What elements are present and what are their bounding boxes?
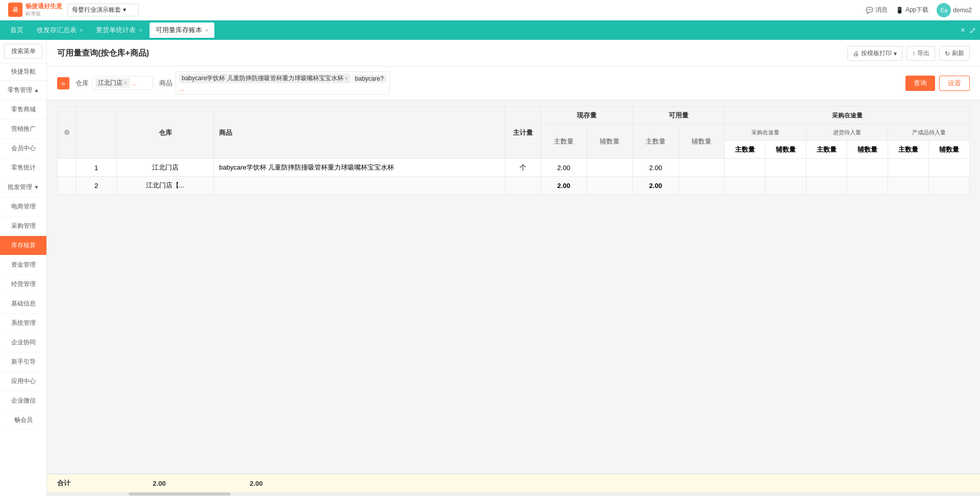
- sidebar-item-finance[interactable]: 资金管理: [0, 255, 46, 275]
- tab-home[interactable]: 首页: [4, 22, 30, 38]
- row2-available-aux: [679, 177, 725, 195]
- tab-available-stock[interactable]: 可用量库存账本 ×: [150, 22, 214, 38]
- row1-stock-main: 2.00: [541, 159, 587, 177]
- col-product-header: 商品: [214, 107, 505, 159]
- sidebar-item-retail-store[interactable]: 零售商城: [0, 100, 46, 120]
- refresh-icon: ↻: [945, 50, 950, 57]
- template-selector[interactable]: 母婴行业演示账套 ▾: [67, 4, 139, 16]
- sidebar-item-newbie[interactable]: 新手引导: [0, 352, 46, 372]
- sidebar-item-marketing[interactable]: 营销推广: [0, 120, 46, 139]
- refresh-btn[interactable]: ↻ 刷新: [939, 46, 970, 61]
- row2-settings[interactable]: [58, 177, 76, 195]
- col-purchase-transit-label: 采购在途量: [725, 125, 806, 141]
- app-download-btn[interactable]: 📱 App下载: [896, 6, 928, 14]
- sidebar-item-basic-info-label: 基础信息: [11, 299, 36, 308]
- sidebar-item-app-center[interactable]: 应用中心: [0, 372, 46, 391]
- sidebar-item-basic-info[interactable]: 基础信息: [0, 294, 46, 314]
- bottom-scroll[interactable]: [47, 492, 980, 496]
- brand-info: 畅捷通好生意 标准版: [26, 3, 62, 17]
- sidebar-item-wholesale-mgmt[interactable]: 批发管理 ▼: [0, 178, 46, 197]
- user-profile[interactable]: Ea demo2: [937, 3, 972, 17]
- sidebar-item-wechat-label: 企业微信: [11, 396, 36, 405]
- settings-icon: ⚙: [64, 129, 70, 136]
- product-tag-0: babycare学饮杯 儿童防摔防撞吸管杯重力球吸嘴杯宝宝水杯 ×: [179, 74, 351, 83]
- footer-available-main: 2.00: [231, 480, 282, 487]
- dropdown-icon: ▾: [123, 6, 126, 13]
- sidebar-item-purchase[interactable]: 采购管理: [0, 217, 46, 236]
- tab-available-stock-close[interactable]: ×: [205, 27, 208, 33]
- sidebar-item-stock[interactable]: 库存核算: [0, 236, 46, 255]
- nav-tabs: 首页 收发存汇总表 × 要货单统计表 × 可用量库存账本 × × ⤢: [0, 20, 980, 40]
- top-bar-left: 品 畅捷通好生意 标准版 母婴行业演示账套 ▾: [8, 3, 139, 17]
- settings-btn[interactable]: 设置: [939, 76, 970, 91]
- page-header: 可用量查询(按仓库+商品) 🖨 按模板打印 ▾ ↑ 导出 ↻ 刷新: [47, 40, 980, 66]
- product-tag-container[interactable]: babycare学饮杯 儿童防摔防撞吸管杯重力球吸嘴杯宝宝水杯 × babyca…: [176, 72, 390, 95]
- tab-order-stats[interactable]: 要货单统计表 ×: [90, 22, 148, 38]
- warehouse-tag-container[interactable]: 江北门店 × ...: [92, 76, 153, 90]
- col-main-unit-header: 主计量: [505, 107, 541, 159]
- avatar: Ea: [937, 3, 951, 17]
- footer-pt-main: [333, 480, 384, 487]
- col-settings-header[interactable]: ⚙: [58, 107, 76, 159]
- print-dropdown-icon: ▾: [894, 50, 897, 57]
- row1-no: 1: [76, 159, 117, 177]
- sidebar-item-ecommerce[interactable]: 电商管理: [0, 197, 46, 217]
- sidebar-item-retail-mgmt[interactable]: 零售管理 ▲: [0, 81, 46, 100]
- table-row: 1 江北门店 babycare学饮杯 儿童防摔防撞吸管杯重力球吸嘴杯宝宝水杯 个…: [58, 159, 970, 177]
- export-icon: ↑: [912, 50, 915, 57]
- col-available-header: 可用量: [633, 107, 725, 125]
- row1-pp-main: [806, 159, 847, 177]
- col-purchase-pending-label: 进货待入量: [806, 125, 888, 141]
- warehouse-tag-close[interactable]: ×: [124, 80, 127, 86]
- export-btn[interactable]: ↑ 导出: [906, 46, 935, 61]
- sidebar-search-btn[interactable]: 搜索菜单: [4, 44, 42, 59]
- sidebar-item-wechat[interactable]: 企业微信: [0, 391, 46, 411]
- row1-main-unit: 个: [505, 159, 541, 177]
- sidebar-item-operation[interactable]: 经营管理: [0, 275, 46, 294]
- sidebar-item-vip[interactable]: 畅会员: [0, 411, 46, 430]
- footer-pp-aux: [486, 480, 537, 487]
- message-btn[interactable]: 💬 消息: [866, 6, 888, 14]
- product-more[interactable]: ...: [179, 85, 184, 92]
- row2-main-unit: [505, 177, 541, 195]
- brand: 品 畅捷通好生意 标准版: [8, 3, 62, 17]
- sidebar-item-enterprise[interactable]: 企业协同: [0, 333, 46, 352]
- sidebar-item-enterprise-label: 企业协同: [11, 338, 36, 347]
- row2-prod-aux: [929, 177, 970, 195]
- row1-product: babycare学饮杯 儿童防摔防撞吸管杯重力球吸嘴杯宝宝水杯: [214, 159, 505, 177]
- col-stock-aux: 辅数量: [587, 125, 633, 159]
- bottom-scroll-thumb[interactable]: [129, 492, 231, 495]
- download-icon: 📱: [896, 7, 903, 14]
- product-label: 商品: [159, 79, 173, 88]
- close-window-btn[interactable]: ×: [961, 26, 965, 35]
- expand-window-btn[interactable]: ⤢: [969, 26, 976, 35]
- product-tag-0-close[interactable]: ×: [345, 76, 348, 81]
- footer-prod-aux: [588, 480, 639, 487]
- sidebar-item-system[interactable]: 系统管理: [0, 314, 46, 333]
- filter-bar: » 仓库 江北门店 × ... 商品 babycare学饮杯 儿童防摔防撞吸管杯…: [47, 66, 980, 100]
- warehouse-more[interactable]: ...: [132, 80, 137, 87]
- col-purchase-transit-main: 主数量: [725, 141, 766, 159]
- row2-warehouse: 江北门店【...: [117, 177, 214, 195]
- brand-icon: 品: [8, 3, 22, 17]
- col-production-pending-aux: 辅数量: [929, 141, 970, 159]
- template-print-btn[interactable]: 🖨 按模板打印 ▾: [847, 46, 902, 61]
- sidebar-item-newbie-label: 新手引导: [11, 358, 36, 366]
- query-btn[interactable]: 查询: [905, 76, 935, 91]
- sidebar-item-ecommerce-label: 电商管理: [11, 202, 36, 211]
- sidebar-item-member[interactable]: 会员中心: [0, 139, 46, 158]
- sidebar-item-retail-stats[interactable]: 零售统计: [0, 158, 46, 178]
- data-table: ⚙ 仓库 商品 主计量 现存量 可用量 采购在途量 主数量 辅数量 主数量: [57, 106, 970, 195]
- row1-settings[interactable]: [58, 159, 76, 177]
- main-layout: 搜索菜单 快捷导航 零售管理 ▲ 零售商城 营销推广 会员中心 零售统计 批发管…: [0, 40, 980, 496]
- row1-available-main: 2.00: [633, 159, 679, 177]
- tab-receivable[interactable]: 收发存汇总表 ×: [31, 22, 89, 38]
- tab-order-stats-close[interactable]: ×: [139, 27, 142, 33]
- tab-receivable-close[interactable]: ×: [80, 27, 83, 33]
- row1-stock-aux: [587, 159, 633, 177]
- filter-toggle-btn[interactable]: »: [57, 77, 69, 89]
- footer-label: 合计: [57, 479, 139, 488]
- row1-warehouse: 江北门店: [117, 159, 214, 177]
- chevron-down-icon: ▼: [34, 184, 39, 190]
- sidebar-quick-nav[interactable]: 快捷导航: [0, 63, 46, 81]
